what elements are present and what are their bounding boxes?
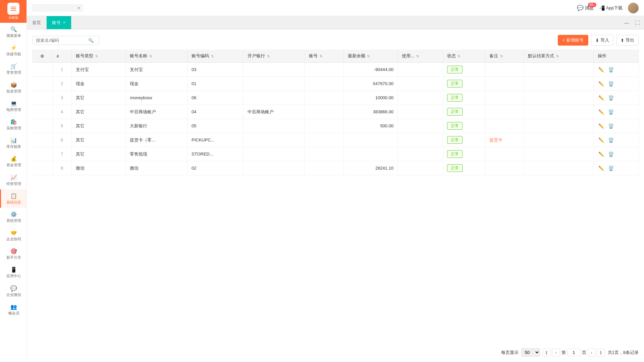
- tab-accounts-label: 账号: [52, 20, 61, 26]
- sidebar-item-new-guide[interactable]: 🎯 新手引导: [0, 245, 26, 263]
- cell-index-5: 6: [52, 133, 71, 147]
- page-first-button[interactable]: ⟪: [543, 349, 551, 357]
- edit-button-1[interactable]: ✏️: [598, 80, 605, 87]
- sidebar-item-quick-nav[interactable]: ⚡ 快捷导航: [0, 41, 26, 60]
- table-row: 1 支付宝 支付宝 03 -90444.00 正常 ✏️ 🗑️: [32, 63, 639, 77]
- cell-index-1: 2: [52, 77, 71, 91]
- export-button[interactable]: ⬆ 导出: [616, 35, 639, 46]
- import-button[interactable]: ⬇ 导入: [591, 35, 613, 46]
- sidebar-item-wholesale-mgmt[interactable]: 📦 批发管理: [0, 78, 26, 97]
- tab-maximize-button[interactable]: ⛶: [633, 19, 641, 27]
- col-latest-balance[interactable]: 最新余额 ⇅: [343, 50, 398, 63]
- status-badge-5: 正常: [447, 136, 463, 144]
- edit-button-3[interactable]: ✏️: [598, 109, 605, 115]
- sidebar-item-members[interactable]: 👥 畅会员: [0, 300, 26, 319]
- cell-account-name-2: moneybosx: [126, 91, 187, 105]
- cell-latest-balance-4: 500.00: [343, 119, 398, 133]
- cell-account-type-4: 其它: [71, 119, 126, 133]
- cell-default-settlement-4: [524, 119, 594, 133]
- sidebar-item-label-operations-mgmt: 经营管理: [6, 182, 21, 186]
- edit-button-4[interactable]: ✏️: [598, 123, 605, 129]
- col-default-settlement[interactable]: 默认结算方式 ⇅: [524, 50, 594, 63]
- col-gear[interactable]: ⚙: [32, 50, 52, 63]
- delete-button-1[interactable]: 🗑️: [607, 80, 614, 87]
- sidebar-item-operations-mgmt[interactable]: 📈 经营管理: [0, 171, 26, 189]
- cell-index-0: 1: [52, 63, 71, 77]
- sidebar-item-system-mgmt[interactable]: ⚙️ 系统管理: [0, 208, 26, 226]
- sidebar-item-purchase-mgmt[interactable]: 🛍️ 采购管理: [0, 115, 26, 134]
- delete-button-3[interactable]: 🗑️: [607, 109, 614, 115]
- app-download-button[interactable]: 📲 App下载: [599, 5, 623, 11]
- page-size-select[interactable]: 50 10 20 100: [521, 348, 540, 357]
- cell-account-code-1: 01: [187, 77, 244, 91]
- tab-home[interactable]: 首页: [27, 16, 47, 29]
- col-actions: 操作: [594, 50, 639, 63]
- page-last-button[interactable]: ⟫: [597, 349, 605, 357]
- sidebar-item-label-finance-mgmt: 资金管理: [6, 163, 21, 167]
- cell-status-5: 正常: [443, 133, 485, 147]
- logo-icon: [7, 3, 19, 15]
- delete-button-5[interactable]: 🗑️: [607, 137, 614, 143]
- edit-button-5[interactable]: ✏️: [598, 137, 605, 143]
- delete-button-6[interactable]: 🗑️: [607, 151, 614, 158]
- tab-minimize-button[interactable]: —: [623, 19, 631, 27]
- message-icon: 💬: [577, 5, 584, 11]
- cell-latest-balance-7: 28241.10: [343, 161, 398, 175]
- col-index: #: [52, 50, 71, 63]
- topbar-chevron-icon: ▾: [78, 6, 80, 10]
- import-label: 导入: [600, 37, 609, 43]
- page-number-input[interactable]: [567, 349, 581, 356]
- col-usage[interactable]: 使用... ⇅: [398, 50, 443, 63]
- cell-account-no-7: [305, 161, 343, 175]
- cell-account-no-1: [305, 77, 343, 91]
- messages-button[interactable]: 💬 消息 99+: [577, 5, 594, 11]
- search-icon: 🔍: [88, 38, 94, 43]
- cell-actions-0: ✏️ 🗑️: [594, 63, 639, 77]
- delete-button-2[interactable]: 🗑️: [607, 95, 614, 101]
- delete-button-0[interactable]: 🗑️: [607, 66, 614, 73]
- cell-account-name-0: 支付宝: [126, 63, 187, 77]
- edit-button-6[interactable]: ✏️: [598, 151, 605, 158]
- col-account-code[interactable]: 账号编码 ⇅: [187, 50, 244, 63]
- basic-info-icon: 📋: [10, 193, 17, 199]
- add-account-button[interactable]: + 新增账号: [558, 35, 588, 46]
- page-next-button[interactable]: ›: [588, 349, 596, 357]
- col-account-name[interactable]: 账号名称 ⇅: [126, 50, 187, 63]
- tab-accounts[interactable]: 账号 ✕: [47, 16, 71, 29]
- col-remark[interactable]: 备注 ⇅: [485, 50, 524, 63]
- avatar[interactable]: [628, 3, 639, 13]
- cell-status-6: 正常: [443, 147, 485, 161]
- sidebar-item-ecommerce-mgmt[interactable]: 💻 电商管理: [0, 97, 26, 115]
- sidebar-item-app-center[interactable]: 📱 应用中心: [0, 263, 26, 282]
- quick-nav-icon: ⚡: [10, 45, 17, 51]
- sidebar-item-search-menu[interactable]: 🔍 搜索菜单: [0, 23, 26, 41]
- edit-button-0[interactable]: ✏️: [598, 66, 605, 73]
- topbar-search-input[interactable]: [36, 5, 76, 10]
- sidebar-item-finance-mgmt[interactable]: 💰 资金管理: [0, 152, 26, 171]
- status-badge-0: 正常: [447, 66, 463, 73]
- tab-accounts-close[interactable]: ✕: [63, 20, 66, 25]
- sidebar-item-label-purchase-mgmt: 采购管理: [6, 126, 21, 130]
- search-input[interactable]: [36, 38, 86, 43]
- page-prev-button[interactable]: ‹: [552, 349, 560, 357]
- edit-button-7[interactable]: ✏️: [598, 165, 605, 172]
- search-box[interactable]: 🔍: [32, 36, 99, 45]
- wholesale-mgmt-icon: 📦: [10, 82, 17, 88]
- sidebar-item-inventory[interactable]: 📊 库存核算: [0, 134, 26, 152]
- cell-gear-1: [32, 77, 52, 91]
- col-account-no[interactable]: 账号 ⇅: [305, 50, 343, 63]
- delete-button-4[interactable]: 🗑️: [607, 123, 614, 129]
- col-account-type[interactable]: 账号类型 ⇅: [71, 50, 126, 63]
- edit-button-2[interactable]: ✏️: [598, 95, 605, 101]
- sidebar-item-basic-info[interactable]: 📋 基础信息: [0, 189, 26, 208]
- sidebar-item-label-retail-mgmt: 零售管理: [6, 70, 21, 75]
- topbar-search-box[interactable]: ▾: [32, 4, 83, 12]
- delete-button-7[interactable]: 🗑️: [607, 165, 614, 172]
- sidebar-item-enterprise-wechat[interactable]: 💬 企业微信: [0, 282, 26, 300]
- col-status[interactable]: 状态 ⇅: [443, 50, 485, 63]
- cell-open-bank-2: [243, 91, 305, 105]
- col-open-bank[interactable]: 开户银行 ⇅: [243, 50, 305, 63]
- sidebar-item-retail-mgmt[interactable]: 🛒 零售管理: [0, 60, 26, 78]
- sidebar-item-enterprise-agreement[interactable]: 🤝 企业协同: [0, 226, 26, 245]
- cell-remark-3: [485, 105, 524, 119]
